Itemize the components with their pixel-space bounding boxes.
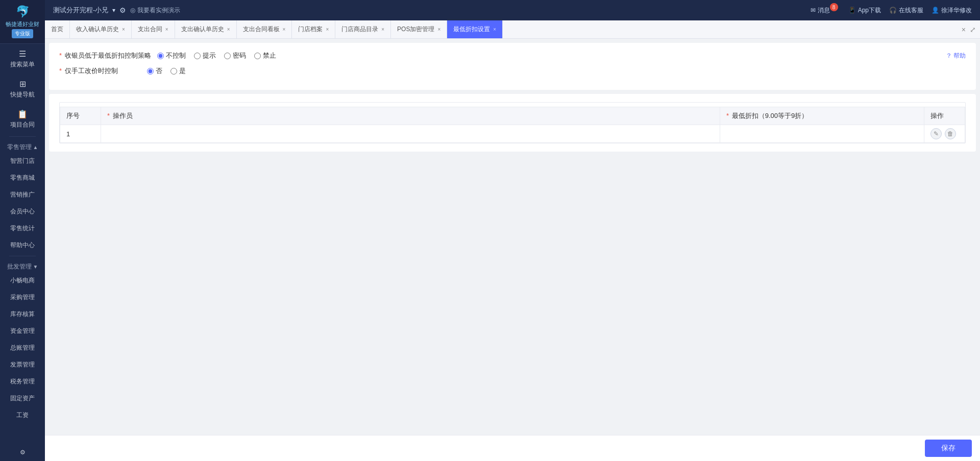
radio-no-control-label: 不控制 (166, 51, 186, 60)
sidebar-item-retail-mall[interactable]: 零售商城 (0, 169, 45, 186)
retail-mall-label: 零售商城 (10, 174, 35, 182)
topbar-user[interactable]: 👤 徐泽华修改 (932, 6, 972, 15)
logo-text: 畅捷通好业财 (6, 20, 39, 28)
tab-store-products-label: 门店商品目录 (341, 25, 378, 34)
sidebar-item-retail-stats[interactable]: 零售统计 (0, 220, 45, 237)
radio-no-control[interactable]: 不控制 (157, 51, 186, 60)
sidebar-section-retail[interactable]: 零售管理 ▲ (0, 139, 45, 153)
sidebar-item-marketing[interactable]: 营销推广 (0, 186, 45, 203)
sidebar-item-finance[interactable]: 资金管理 (0, 323, 45, 339)
cell-discount[interactable] (720, 125, 924, 143)
sidebar-item-payroll[interactable]: 工资 (0, 407, 45, 424)
tab-income-history-label: 收入确认单历史 (76, 25, 119, 34)
radio-yes-input[interactable] (170, 68, 177, 75)
sidebar-item-smart-store[interactable]: 智营门店 (0, 153, 45, 169)
topbar-project-title: 测试分开完程-小兄 (53, 6, 108, 15)
topbar-gear-icon[interactable]: ⚙ (119, 6, 126, 14)
user-name: 徐泽华修改 (941, 6, 972, 15)
help-label: 帮助 (953, 52, 966, 60)
tab-payment-confirm-history[interactable]: 支出确认单历史 × (175, 20, 237, 39)
radio-yes-label: 是 (179, 66, 186, 76)
online-service-label: 在线客服 (899, 6, 923, 15)
operator-input[interactable] (107, 130, 714, 138)
finance-label: 资金管理 (10, 327, 35, 335)
radio-remind-input[interactable] (194, 53, 201, 59)
sidebar-item-project-contract-label: 项目合同 (10, 120, 35, 129)
tab-income-history[interactable]: 收入确认单历史 × (70, 20, 132, 39)
col-header-action: 操作 (924, 107, 965, 125)
tab-min-discount-close[interactable]: × (493, 27, 496, 32)
topbar-online-service[interactable]: 🎧 在线客服 (889, 6, 923, 15)
sidebar-item-tax[interactable]: 税务管理 (0, 373, 45, 390)
tab-income-history-close[interactable]: × (122, 27, 125, 32)
sidebar-item-fixed-assets[interactable]: 固定资产 (0, 390, 45, 407)
tab-store-file[interactable]: 门店档案 × (292, 20, 335, 39)
sidebar-item-inventory[interactable]: 库存核算 (0, 306, 45, 323)
sidebar-item-invoice[interactable]: 发票管理 (0, 356, 45, 373)
help-link[interactable]: ？ 帮助 (946, 52, 966, 60)
radio-no-control-input[interactable] (157, 53, 164, 59)
radio-yes[interactable]: 是 (170, 66, 186, 76)
tabbar-close-button[interactable]: × (962, 26, 966, 34)
tab-pos-password[interactable]: POS加密管理 × (391, 20, 447, 39)
topbar-messages[interactable]: ✉ 消息 8 (811, 6, 840, 15)
topbar-app-download[interactable]: 📱 App下载 (848, 6, 881, 15)
tab-min-discount[interactable]: 最低折扣设置 × (447, 20, 503, 39)
project-contract-icon: 📋 (17, 109, 28, 119)
sidebar-section-batch[interactable]: 批发管理 ▼ (0, 258, 45, 272)
sidebar-item-search[interactable]: ☰ 搜索菜单 (0, 44, 45, 74)
settings-icon: ⚙ (20, 449, 26, 456)
radio-disable[interactable]: 禁止 (254, 51, 276, 60)
tab-payment-contract-board-close[interactable]: × (283, 27, 286, 32)
table-scroll-container[interactable]: 序号 * 操作员 * 最低折扣（9.00等于9折） 操作 (59, 102, 966, 143)
delete-row-button[interactable]: 🗑 (945, 128, 956, 139)
sidebar-item-quick-nav[interactable]: ⊞ 快捷导航 (0, 74, 45, 104)
radio-no-input[interactable] (147, 68, 154, 75)
required-star-1: * (59, 52, 62, 59)
strategy-label: * 收银员低于最低折扣控制策略 (59, 51, 151, 60)
sidebar-item-quick-nav-label: 快捷导航 (10, 90, 35, 99)
discount-input[interactable] (726, 130, 918, 138)
sidebar-item-member-center[interactable]: 会员中心 (0, 203, 45, 220)
radio-no[interactable]: 否 (147, 66, 162, 76)
sidebar-divider-1 (9, 136, 36, 137)
cell-action: ✎ 🗑 (924, 125, 965, 143)
radio-remind[interactable]: 提示 (194, 51, 216, 60)
radio-password-input[interactable] (224, 53, 231, 59)
tax-label: 税务管理 (10, 377, 35, 386)
tab-min-discount-label: 最低折扣设置 (453, 25, 490, 34)
tab-store-products-close[interactable]: × (381, 27, 384, 32)
tab-pos-password-close[interactable]: × (437, 27, 440, 32)
footer-bar: 保存 (45, 435, 980, 461)
sidebar-item-ecommerce[interactable]: 小畅电商 (0, 272, 45, 289)
tab-payment-contract[interactable]: 支出合同 × (132, 20, 175, 39)
tab-payment-confirm-history-close[interactable]: × (227, 27, 230, 32)
cell-operator[interactable] (101, 125, 720, 143)
tab-store-file-close[interactable]: × (326, 27, 329, 32)
search-menu-icon: ☰ (19, 49, 26, 59)
logo-icon: 🐬 (16, 5, 30, 18)
user-avatar-icon: 👤 (932, 7, 939, 14)
edit-row-button[interactable]: ✎ (930, 128, 942, 139)
tab-payment-contract-close[interactable]: × (165, 27, 168, 32)
sidebar-item-settings[interactable]: ⚙ (0, 444, 45, 461)
table-panel: 序号 * 操作员 * 最低折扣（9.00等于9折） 操作 (49, 94, 976, 152)
radio-password[interactable]: 密码 (224, 51, 246, 60)
tab-store-products[interactable]: 门店商品目录 × (335, 20, 391, 39)
save-button[interactable]: 保存 (925, 440, 972, 457)
topbar-demo-area[interactable]: ◎ 我要看实例演示 (130, 6, 180, 15)
tabbar-expand-button[interactable]: ⤢ (970, 26, 976, 34)
inventory-label: 库存核算 (10, 310, 35, 319)
sidebar-item-help-center[interactable]: 帮助中心 (0, 237, 45, 254)
ledger-label: 总账管理 (10, 344, 35, 352)
sidebar-item-search-label: 搜索菜单 (10, 60, 35, 69)
radio-disable-input[interactable] (254, 53, 261, 59)
topbar: 测试分开完程-小兄 ▾ ⚙ ◎ 我要看实例演示 ✉ 消息 8 📱 App下载 🎧… (45, 0, 980, 20)
sidebar-item-project-contract[interactable]: 📋 项目合同 (0, 104, 45, 134)
tab-payment-contract-board[interactable]: 支出合同看板 × (237, 20, 292, 39)
sidebar-item-purchase[interactable]: 采购管理 (0, 289, 45, 306)
sidebar-item-ledger[interactable]: 总账管理 (0, 339, 45, 356)
tab-home[interactable]: 首页 (45, 20, 70, 39)
form-row-strategy: * 收银员低于最低折扣控制策略 不控制 提示 密码 (59, 51, 966, 60)
topbar-dropdown-button[interactable]: ▾ (112, 7, 115, 14)
